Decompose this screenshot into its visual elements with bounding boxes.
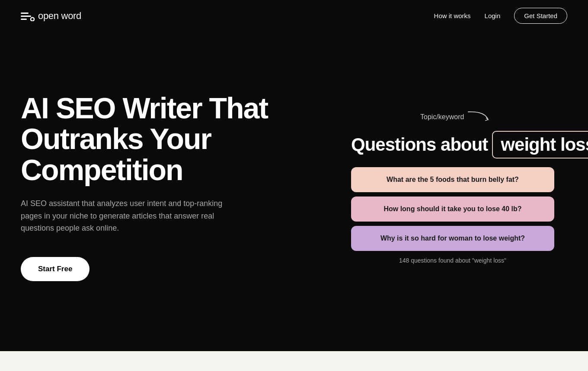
logo-text: open word [38,10,81,22]
svg-rect-1 [21,16,31,17]
topic-label: Topic/keyword [420,113,464,121]
svg-point-3 [31,17,34,21]
hero-title: AI SEO Writer That Outranks Your Competi… [21,93,272,185]
nav-links: How it works Login Get Started [434,8,567,24]
navbar: open word How it works Login Get Started [0,0,588,32]
start-free-button[interactable]: Start Free [21,257,89,281]
logo-icon [21,11,35,21]
hero-right: Topic/keyword Questions about weight los… [351,110,567,264]
svg-rect-2 [21,19,27,20]
questions-header: Questions about weight loss [351,131,588,159]
question-cards: What are the 5 foods that burn belly fat… [351,167,567,251]
nav-login[interactable]: Login [485,12,501,19]
keyword-pill: weight loss [492,131,588,159]
how-it-works-title: How it works [21,368,567,371]
question-card-3: Why is it so hard for woman to lose weig… [351,226,554,251]
how-it-works-section: How it works [0,351,588,371]
hero-subtitle: AI SEO assistant that analyzes user inte… [21,197,228,235]
question-card-2: How long should it take you to lose 40 l… [351,197,554,222]
svg-rect-0 [21,13,29,14]
logo[interactable]: open word [21,10,81,22]
arrow-icon [467,110,490,124]
topic-label-row: Topic/keyword [420,110,490,124]
hero-section: AI SEO Writer That Outranks Your Competi… [0,32,588,351]
nav-how-it-works[interactable]: How it works [434,12,471,19]
questions-count: 148 questions found about "weight loss" [351,257,554,264]
question-card-1: What are the 5 foods that burn belly fat… [351,167,554,192]
get-started-button[interactable]: Get Started [514,8,567,24]
hero-left: AI SEO Writer That Outranks Your Competi… [21,93,272,282]
questions-about-text: Questions about [351,134,488,155]
